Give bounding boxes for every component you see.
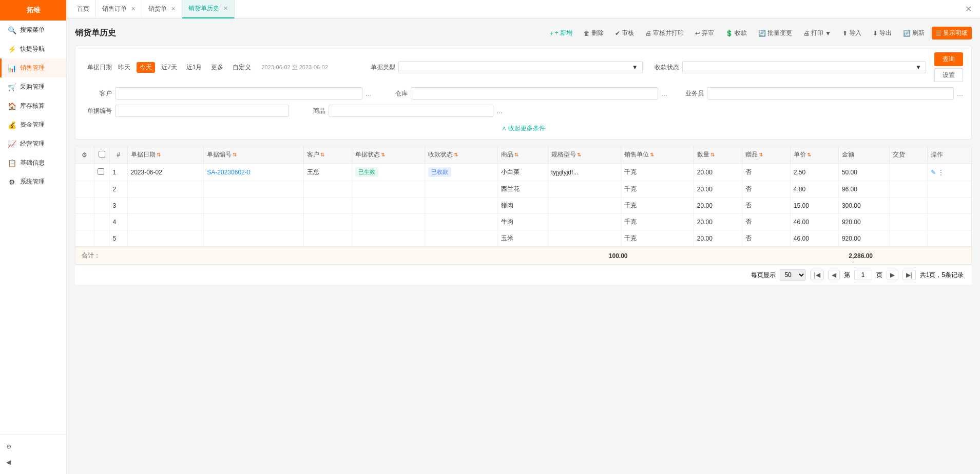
close-tab-sales-history[interactable]: ✕ [223, 5, 228, 12]
date-option-yesterday[interactable]: 昨天 [115, 62, 133, 73]
more-action-btn[interactable]: ⋮ [938, 169, 944, 176]
cell-actions[interactable] [928, 214, 971, 230]
customer-label: 客户 [84, 89, 112, 98]
cell-doc-no[interactable] [204, 198, 303, 214]
col-doc-status[interactable]: 单据状态⇅ [352, 146, 425, 164]
tab-sales-history[interactable]: 销货单历史 ✕ [182, 0, 235, 18]
sidebar-item-basic-info[interactable]: 📋 基础信息 [0, 153, 66, 172]
close-tab-sales-order[interactable]: ✕ [131, 6, 136, 12]
refresh-button[interactable]: 🔃 刷新 [899, 27, 929, 40]
col-qty[interactable]: 数量⇅ [694, 146, 742, 164]
salesman-input[interactable] [707, 87, 954, 100]
cell-actions[interactable] [928, 181, 971, 198]
sidebar-item-quick-nav[interactable]: ⚡ 快捷导航 [0, 40, 66, 58]
print-button[interactable]: 🖨 打印 ▼ [799, 27, 835, 40]
cell-check[interactable] [94, 214, 109, 230]
tab-sales-delivery[interactable]: 销货单 ✕ [142, 0, 182, 18]
cell-doc-no[interactable] [204, 214, 303, 230]
import-button[interactable]: ⬆ 导入 [838, 27, 866, 40]
date-option-custom[interactable]: 自定义 [229, 62, 254, 73]
date-option-1month[interactable]: 近1月 [183, 62, 205, 73]
tab-sales-order[interactable]: 销售订单 ✕ [96, 0, 142, 18]
page-number-input[interactable] [854, 270, 872, 280]
cell-check[interactable] [94, 230, 109, 247]
doc-no-input[interactable] [115, 105, 289, 117]
sidebar-item-operations[interactable]: 📈 经营管理 [0, 134, 66, 153]
close-all-tabs-btn[interactable]: ✕ [961, 4, 976, 14]
sidebar-item-sys-mgmt[interactable]: ⚙ 系统管理 [0, 172, 66, 191]
doc-no-link[interactable]: SA-20230602-0 [207, 169, 250, 176]
table-row: 4牛肉千克20.00否46.00920.00 [75, 214, 971, 230]
col-doc-date[interactable]: 单据日期⇅ [127, 146, 204, 164]
show-detail-button[interactable]: ☰ 显示明细 [932, 27, 972, 40]
collect-status-select[interactable]: ▼ [682, 61, 926, 73]
sidebar-item-finance[interactable]: 💰 资金管理 [0, 115, 66, 134]
col-gift[interactable]: 赠品⇅ [742, 146, 790, 164]
col-unit[interactable]: 销售单位⇅ [621, 146, 694, 164]
collapse-bar[interactable]: ∧ 收起更多条件 [84, 122, 963, 133]
col-check[interactable] [94, 146, 109, 164]
sidebar-item-label: 系统管理 [20, 177, 45, 186]
date-option-today[interactable]: 今天 [137, 62, 155, 73]
col-transaction: 交货 [890, 146, 928, 164]
col-customer[interactable]: 客户⇅ [303, 146, 352, 164]
cell-actions[interactable] [928, 198, 971, 214]
cell-check[interactable] [94, 198, 109, 214]
page-size-select[interactable]: 50 100 [780, 269, 806, 281]
goods-picker-btn[interactable]: ... [496, 107, 503, 115]
warehouse-picker-btn[interactable]: ... [661, 89, 667, 97]
sidebar-item-search-menu[interactable]: 🔍 搜索菜单 [0, 21, 66, 40]
col-goods[interactable]: 商品⇅ [497, 146, 548, 164]
cell-actions[interactable]: ✎⋮ [928, 164, 971, 181]
sidebar-item-sales-mgmt[interactable]: 📊 销售管理 [0, 58, 66, 77]
sidebar-collapse-btn[interactable]: ◀ [0, 455, 66, 470]
batch-change-icon: 🔄 [758, 30, 766, 37]
col-gear[interactable]: ⚙ [75, 146, 94, 164]
cell-doc-no[interactable]: SA-20230602-0 [204, 164, 303, 181]
sidebar-item-inventory[interactable]: 🏠 库存核算 [0, 96, 66, 115]
audit-print-button[interactable]: 🖨 审核并打印 [641, 27, 688, 40]
tab-home[interactable]: 首页 [71, 0, 96, 18]
setting-button[interactable]: 设置 [934, 68, 963, 82]
date-option-more[interactable]: 更多 [208, 62, 226, 73]
prev-page-btn[interactable]: ◀ [828, 270, 840, 280]
cell-check[interactable] [94, 181, 109, 198]
sidebar: 拓维 🔍 搜索菜单 ⚡ 快捷导航 📊 销售管理 🛒 采购管理 🏠 库存核算 💰 … [0, 0, 67, 474]
next-page-btn[interactable]: ▶ [887, 270, 898, 280]
export-button[interactable]: ⬇ 导出 [869, 27, 896, 40]
sort-icon-unit-price: ⇅ [807, 152, 811, 157]
query-button[interactable]: 查询 [934, 52, 963, 66]
date-option-7days[interactable]: 近7天 [158, 62, 180, 73]
first-page-btn[interactable]: |◀ [810, 270, 823, 280]
col-collect-status[interactable]: 收款状态⇅ [425, 146, 497, 164]
new-button[interactable]: + + 新增 [546, 27, 577, 40]
close-tab-sales-delivery[interactable]: ✕ [171, 6, 176, 12]
batch-change-button[interactable]: 🔄 批量变更 [754, 27, 796, 40]
salesman-picker-btn[interactable]: ... [957, 89, 963, 97]
cell-actions[interactable] [928, 230, 971, 247]
cell-unit: 千克 [621, 214, 694, 230]
table-body: 12023-06-02SA-20230602-0王总已生效已收款小白菜tyjyj… [75, 164, 971, 247]
sidebar-item-purchase-mgmt[interactable]: 🛒 采购管理 [0, 77, 66, 96]
customer-input[interactable] [115, 87, 362, 100]
goods-input[interactable] [329, 105, 493, 117]
cell-doc-no[interactable] [204, 230, 303, 247]
abandon-button[interactable]: ↩ 弃审 [691, 27, 718, 40]
collect-button[interactable]: 💲 收款 [721, 27, 751, 40]
sort-icon-gift: ⇅ [759, 152, 763, 157]
warehouse-input[interactable] [411, 87, 658, 100]
edit-action-btn[interactable]: ✎ [931, 169, 936, 176]
last-page-btn[interactable]: ▶| [902, 270, 916, 280]
col-doc-no[interactable]: 单据编号⇅ [204, 146, 303, 164]
select-all-checkbox[interactable] [99, 151, 105, 157]
delete-button[interactable]: 🗑 删除 [580, 27, 608, 40]
col-spec[interactable]: 规格型号⇅ [548, 146, 621, 164]
cell-doc-no[interactable] [204, 181, 303, 198]
cell-check[interactable] [94, 164, 109, 181]
customer-picker-btn[interactable]: ... [366, 89, 372, 97]
audit-button[interactable]: ✔ 审核 [611, 27, 638, 40]
sidebar-bottom-settings[interactable]: ⚙ [0, 439, 66, 455]
col-unit-price[interactable]: 单价⇅ [790, 146, 838, 164]
row-checkbox[interactable] [98, 168, 104, 175]
doc-type-select[interactable]: ▼ [398, 61, 642, 73]
